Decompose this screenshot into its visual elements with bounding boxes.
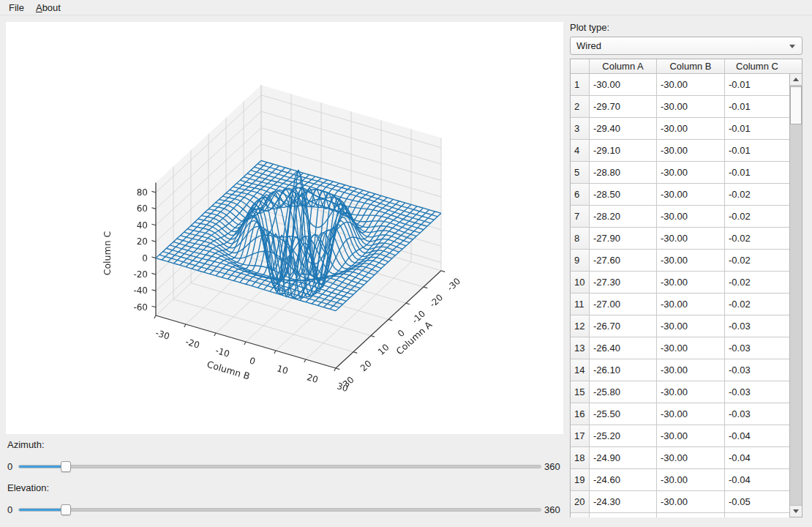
cell-column-c[interactable] [725,513,789,517]
cell-column-c[interactable]: -0.01 [725,140,789,161]
menu-about[interactable]: About [30,1,67,15]
row-index-cell[interactable] [571,513,590,517]
cell-column-a[interactable]: -29.10 [590,140,657,161]
cell-column-b[interactable]: -30.00 [657,184,725,205]
cell-column-c[interactable]: -0.04 [725,469,789,490]
header-column-a[interactable]: Column A [590,59,657,73]
cell-column-a[interactable]: -26.70 [590,315,657,337]
cell-column-a[interactable] [590,513,657,517]
row-index-cell[interactable]: 17 [571,425,590,446]
row-index-cell[interactable]: 8 [571,228,590,249]
row-index-cell[interactable]: 18 [571,447,590,468]
cell-column-b[interactable]: -30.00 [657,272,725,293]
cell-column-c[interactable]: -0.03 [725,359,789,381]
cell-column-b[interactable]: -30.00 [657,469,725,490]
row-index-cell[interactable]: 5 [571,162,590,183]
cell-column-c[interactable]: -0.04 [725,425,789,446]
cell-column-b[interactable]: -30.00 [657,250,725,271]
cell-column-a[interactable]: -24.90 [590,447,657,468]
elevation-slider-thumb[interactable] [61,504,71,515]
scrollbar-up-button[interactable] [790,74,802,86]
row-index-cell[interactable]: 7 [571,206,590,227]
scrollbar-thumb[interactable] [790,86,802,124]
azimuth-slider[interactable] [18,465,541,468]
cell-column-a[interactable]: -27.30 [590,272,657,293]
row-index-cell[interactable]: 15 [571,381,590,403]
3d-wireframe-plot-canvas[interactable] [6,22,563,434]
cell-column-b[interactable]: -30.00 [657,425,725,446]
cell-column-c[interactable]: -0.01 [725,96,789,117]
cell-column-a[interactable]: -28.50 [590,184,657,205]
cell-column-c[interactable]: -0.02 [725,250,789,271]
cell-column-b[interactable]: -30.00 [657,228,725,249]
cell-column-c[interactable]: -0.02 [725,206,789,227]
row-index-cell[interactable]: 4 [571,140,590,161]
cell-column-a[interactable]: -27.90 [590,228,657,249]
azimuth-slider-thumb[interactable] [61,461,71,472]
cell-column-b[interactable]: -30.00 [657,162,725,183]
cell-column-a[interactable]: -29.70 [590,96,657,117]
cell-column-a[interactable]: -25.50 [590,403,657,425]
row-index-cell[interactable]: 6 [571,184,590,205]
row-index-cell[interactable]: 20 [571,491,590,512]
row-index-cell[interactable]: 9 [571,250,590,271]
row-index-cell[interactable]: 1 [571,74,590,95]
row-index-cell[interactable]: 12 [571,315,590,337]
cell-column-c[interactable]: -0.05 [725,491,789,512]
cell-column-b[interactable]: -30.00 [657,96,725,117]
cell-column-a[interactable]: -28.20 [590,206,657,227]
cell-column-b[interactable]: -30.00 [657,315,725,337]
row-index-cell[interactable]: 11 [571,294,590,315]
cell-column-c[interactable]: -0.04 [725,447,789,468]
cell-column-a[interactable]: -24.30 [590,491,657,512]
cell-column-b[interactable]: -30.00 [657,140,725,161]
cell-column-a[interactable]: -30.00 [590,74,657,95]
data-table: Column A Column B Column C 1-30.00-30.00… [570,59,802,517]
cell-column-b[interactable]: -30.00 [657,447,725,468]
cell-column-b[interactable]: -30.00 [657,337,725,359]
cell-column-b[interactable] [657,513,725,517]
elevation-slider[interactable] [18,508,541,512]
cell-column-a[interactable]: -24.60 [590,469,657,490]
cell-column-b[interactable]: -30.00 [657,403,725,425]
table-vertical-scrollbar[interactable] [789,74,802,517]
scrollbar-down-button[interactable] [790,505,802,517]
cell-column-c[interactable]: -0.03 [725,337,789,359]
row-index-cell[interactable]: 13 [571,337,590,359]
menu-file[interactable]: File [3,1,30,15]
cell-column-c[interactable]: -0.01 [725,74,789,95]
cell-column-a[interactable]: -25.20 [590,425,657,446]
cell-column-a[interactable]: -26.40 [590,337,657,359]
row-index-cell[interactable]: 3 [571,118,590,139]
cell-column-c[interactable]: -0.01 [725,118,789,139]
plot-type-combobox[interactable]: Wired [570,37,802,55]
cell-column-b[interactable]: -30.00 [657,359,725,381]
header-column-b[interactable]: Column B [657,59,725,73]
cell-column-a[interactable]: -25.80 [590,381,657,403]
cell-column-c[interactable]: -0.02 [725,272,789,293]
cell-column-c[interactable]: -0.03 [725,381,789,403]
row-index-cell[interactable]: 19 [571,469,590,490]
cell-column-c[interactable]: -0.02 [725,228,789,249]
cell-column-a[interactable]: -27.00 [590,294,657,315]
row-index-cell[interactable]: 14 [571,359,590,381]
cell-column-c[interactable]: -0.03 [725,403,789,425]
cell-column-c[interactable]: -0.01 [725,162,789,183]
cell-column-b[interactable]: -30.00 [657,118,725,139]
cell-column-b[interactable]: -30.00 [657,381,725,403]
row-index-cell[interactable]: 16 [571,403,590,425]
cell-column-c[interactable]: -0.02 [725,294,789,315]
cell-column-b[interactable]: -30.00 [657,294,725,315]
row-index-cell[interactable]: 2 [571,96,590,117]
cell-column-a[interactable]: -28.80 [590,162,657,183]
cell-column-b[interactable]: -30.00 [657,206,725,227]
cell-column-b[interactable]: -30.00 [657,74,725,95]
cell-column-c[interactable]: -0.02 [725,184,789,205]
header-column-c[interactable]: Column C [725,59,789,73]
cell-column-a[interactable]: -26.10 [590,359,657,381]
row-index-cell[interactable]: 10 [571,272,590,293]
cell-column-a[interactable]: -27.60 [590,250,657,271]
cell-column-a[interactable]: -29.40 [590,118,657,139]
cell-column-b[interactable]: -30.00 [657,491,725,512]
cell-column-c[interactable]: -0.03 [725,315,789,337]
